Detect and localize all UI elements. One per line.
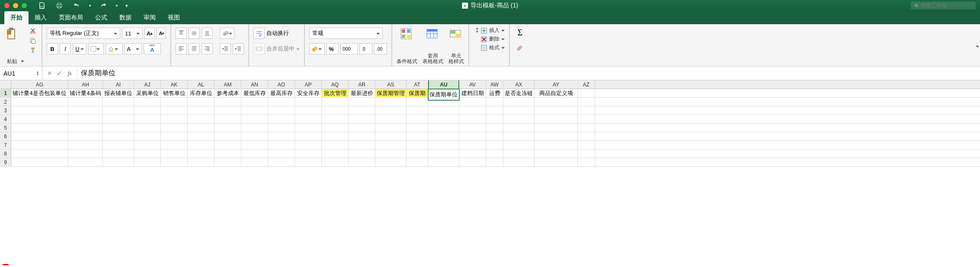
cell[interactable]	[188, 132, 215, 140]
cell[interactable]	[295, 106, 322, 114]
cell[interactable]	[161, 106, 188, 114]
cell[interactable]	[68, 132, 103, 140]
cell[interactable]	[11, 106, 68, 114]
conditional-format-button[interactable]: 条件格式	[397, 27, 417, 64]
cell[interactable]	[459, 141, 486, 149]
close-icon[interactable]	[4, 3, 10, 8]
cell[interactable]	[134, 141, 161, 149]
cell[interactable]	[188, 149, 215, 158]
column-header[interactable]: AU	[428, 80, 459, 89]
cell[interactable]	[215, 158, 241, 166]
cell[interactable]	[578, 141, 595, 149]
cell[interactable]	[407, 158, 428, 166]
cell[interactable]: 建档日期	[459, 89, 486, 97]
column-header[interactable]: AY	[535, 80, 578, 89]
redo-icon[interactable]	[98, 0, 109, 11]
cell[interactable]	[295, 124, 322, 132]
search-input[interactable]	[921, 3, 972, 9]
font-color-button[interactable]: A	[125, 43, 142, 54]
cell[interactable]	[268, 141, 295, 149]
cell[interactable]	[161, 158, 188, 166]
select-all-corner[interactable]	[0, 80, 11, 89]
underline-button[interactable]: U	[73, 43, 86, 54]
column-header[interactable]: AR	[349, 80, 375, 89]
cell-styles-button[interactable]: 单元 格样式	[448, 27, 464, 64]
cell[interactable]	[295, 132, 322, 140]
cell[interactable]	[459, 98, 486, 106]
cell[interactable]	[11, 98, 68, 106]
cell[interactable]	[578, 132, 595, 140]
cut-button[interactable]	[29, 27, 37, 35]
row-header[interactable]: 9	[0, 158, 11, 166]
cell[interactable]	[134, 115, 161, 123]
cell[interactable]	[241, 98, 268, 106]
fx-icon[interactable]: fx	[67, 70, 71, 77]
font-name-select[interactable]: 等线 Regular (正文)	[47, 28, 120, 39]
row-header[interactable]: 3	[0, 106, 11, 114]
row-header[interactable]: 2	[0, 98, 11, 106]
search-sheet[interactable]	[911, 2, 976, 10]
decrease-indent-button[interactable]	[220, 43, 231, 54]
spreadsheet-grid[interactable]: AGAHAIAJAKALAMANAOAPAQARASATAUAVAWAXAYAZ…	[0, 80, 980, 167]
formula-input[interactable]: 保质期单位	[77, 67, 980, 80]
cell[interactable]	[11, 141, 68, 149]
cell[interactable]	[535, 124, 578, 132]
cancel-formula-icon[interactable]: ×	[48, 70, 51, 77]
cell[interactable]	[215, 106, 241, 114]
cell[interactable]	[161, 115, 188, 123]
bold-button[interactable]: B	[47, 43, 58, 54]
cell[interactable]	[503, 158, 535, 166]
cell[interactable]	[68, 98, 103, 106]
cell[interactable]: 采购单位	[134, 89, 161, 97]
cell[interactable]	[188, 98, 215, 106]
ribbon-tab-4[interactable]: 数据	[113, 11, 138, 24]
column-header[interactable]: AV	[459, 80, 486, 89]
align-left-button[interactable]	[176, 43, 187, 54]
column-header[interactable]: AO	[268, 80, 295, 89]
cell[interactable]: 运费	[486, 89, 503, 97]
cell[interactable]	[103, 124, 134, 132]
border-button[interactable]	[88, 43, 104, 54]
format-cells-button[interactable]: 格式	[480, 44, 505, 51]
cell[interactable]	[459, 106, 486, 114]
cell[interactable]	[535, 141, 578, 149]
column-header[interactable]: AM	[215, 80, 241, 89]
cell[interactable]	[68, 149, 103, 158]
column-header[interactable]: AL	[188, 80, 215, 89]
insert-cells-button[interactable]: 插入	[480, 27, 505, 34]
cell[interactable]	[428, 115, 459, 123]
comma-button[interactable]: 000	[340, 43, 358, 54]
cell[interactable]	[188, 115, 215, 123]
align-bottom-button[interactable]	[202, 28, 213, 39]
fill-color-button[interactable]	[106, 43, 123, 54]
cell[interactable]	[428, 158, 459, 166]
align-top-button[interactable]	[176, 28, 187, 39]
cell[interactable]	[241, 132, 268, 140]
cell[interactable]	[375, 132, 407, 140]
decrease-decimal-button[interactable]: .00	[374, 43, 387, 54]
row-header[interactable]: 6	[0, 132, 11, 140]
cell[interactable]	[295, 158, 322, 166]
cell[interactable]	[535, 115, 578, 123]
cell[interactable]	[428, 132, 459, 140]
cell[interactable]	[407, 124, 428, 132]
format-as-table-button[interactable]: 套用 表格格式	[423, 27, 443, 64]
cell[interactable]	[103, 158, 134, 166]
maximize-icon[interactable]	[22, 3, 27, 8]
cell[interactable]	[322, 106, 349, 114]
cell[interactable]	[349, 106, 375, 114]
cell[interactable]	[375, 115, 407, 123]
cell[interactable]	[11, 124, 68, 132]
cell[interactable]: 销售单位	[161, 89, 188, 97]
cell[interactable]	[486, 124, 503, 132]
cell[interactable]	[407, 141, 428, 149]
clear-button[interactable]	[514, 41, 525, 53]
cell[interactable]	[459, 124, 486, 132]
cell[interactable]	[322, 141, 349, 149]
cell[interactable]	[349, 124, 375, 132]
save-icon[interactable]	[36, 0, 48, 11]
cell[interactable]	[375, 106, 407, 114]
column-header[interactable]: AI	[103, 80, 134, 89]
number-format-select[interactable]: 常规	[309, 28, 383, 39]
cell[interactable]: 最低库存	[241, 89, 268, 97]
